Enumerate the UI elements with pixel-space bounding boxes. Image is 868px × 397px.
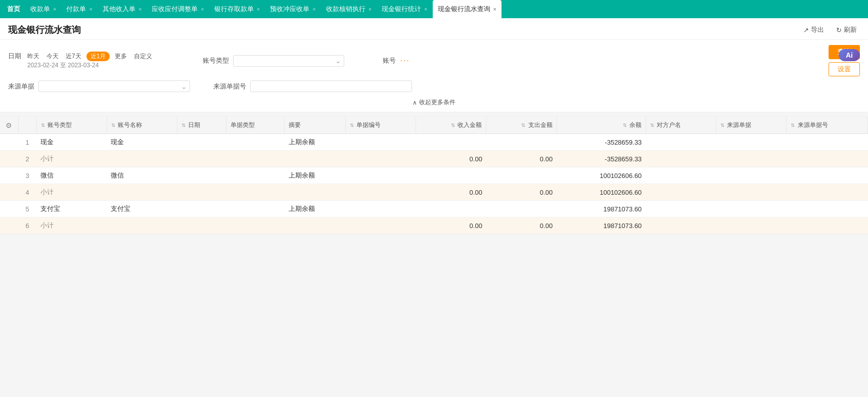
table-row[interactable]: 5支付宝支付宝上期余额19871073.60 <box>0 201 868 217</box>
collapse-bar[interactable]: ∧ 收起更多条件 <box>8 96 860 109</box>
doc-no-cell <box>345 167 416 184</box>
col-source-doc[interactable]: ⇅ 来源单据 <box>716 117 787 134</box>
date-opt-1month[interactable]: 近1月 <box>86 52 110 61</box>
account-name-cell: 支付宝 <box>107 201 177 217</box>
gear-icon[interactable]: ⚙ <box>6 121 12 129</box>
col-counterpart[interactable]: ⇅ 对方户名 <box>646 117 716 134</box>
source-doc-no-filter: 来源单据号 <box>213 80 412 92</box>
sort-icon: ⇅ <box>111 122 115 128</box>
source-doc-label: 来源单据 <box>8 82 34 91</box>
col-source-doc-no[interactable]: ⇅ 来源单据号 <box>787 117 868 134</box>
expense-cell: 0.00 <box>486 151 557 167</box>
col-rownum <box>18 117 36 134</box>
nav-tab-bank-deposit[interactable]: 银行存取款单 × <box>209 0 265 18</box>
account-type-select-wrapper <box>233 55 344 67</box>
refresh-button[interactable]: ↻ 刷新 <box>833 23 860 36</box>
close-icon[interactable]: × <box>312 6 315 12</box>
close-icon[interactable]: × <box>139 6 142 12</box>
col-date[interactable]: ⇅ 日期 <box>177 117 226 134</box>
col-doc-no[interactable]: ⇅ 单据编号 <box>345 117 416 134</box>
expense-cell <box>486 134 557 151</box>
ai-badge[interactable]: Ai <box>839 49 860 61</box>
close-icon[interactable]: × <box>369 6 372 12</box>
account-name-cell <box>107 151 177 167</box>
source-doc-cell <box>716 201 787 217</box>
source-doc-no-cell <box>787 217 868 234</box>
table-row[interactable]: 1现金现金上期余额-3528659.33 <box>0 134 868 151</box>
ellipsis-button[interactable]: ··· <box>400 56 409 65</box>
export-icon: ↗ <box>803 26 809 34</box>
nav-tab-prepay-offset[interactable]: 预收冲应收单 × <box>265 0 321 18</box>
nav-tab-ar-ap-adjust[interactable]: 应收应付调整单 × <box>147 0 209 18</box>
table-row[interactable]: 4小计0.000.00100102606.60 <box>0 184 868 201</box>
expense-cell <box>486 201 557 217</box>
counterpart-cell <box>646 151 716 167</box>
col-account-type[interactable]: ⇅ 账号类型 <box>36 117 107 134</box>
sort-icon: ⇅ <box>350 122 354 128</box>
row-setting-cell <box>0 151 18 167</box>
balance-cell: -3528659.33 <box>557 134 646 151</box>
col-balance[interactable]: ⇅ 余额 <box>557 117 646 134</box>
close-icon[interactable]: × <box>53 6 56 12</box>
table-row[interactable]: 3微信微信上期余额100102606.60 <box>0 167 868 184</box>
balance-cell: 100102606.60 <box>557 184 646 201</box>
summary-cell <box>285 184 346 201</box>
nav-tab-cash-bank-flow[interactable]: 现金银行流水查询 × <box>433 0 501 18</box>
col-income[interactable]: ⇅ 收入金额 <box>416 117 486 134</box>
data-table: ⚙ ⇅ 账号类型 ⇅ 账号名称 ⇅ 日期 单据类型 <box>0 117 868 234</box>
source-doc-no-input[interactable] <box>250 80 412 92</box>
date-opt-today[interactable]: 今天 <box>44 52 61 61</box>
account-type-cell: 支付宝 <box>36 201 107 217</box>
counterpart-cell <box>646 184 716 201</box>
sort-icon: ⇅ <box>41 122 45 128</box>
doc-type-cell <box>226 134 285 151</box>
sort-icon: ⇅ <box>650 122 654 128</box>
table-row[interactable]: 2小计0.000.00-3528659.33 <box>0 151 868 167</box>
date-opt-custom[interactable]: 自定义 <box>132 52 154 61</box>
nav-tab-payment[interactable]: 付款单 × <box>61 0 97 18</box>
nav-tab-home[interactable]: 首页 <box>2 0 25 18</box>
account-type-select[interactable] <box>233 55 344 67</box>
col-setting[interactable]: ⚙ <box>0 117 18 134</box>
export-button[interactable]: ↗ 导出 <box>800 23 827 36</box>
nav-tab-receipt[interactable]: 收款单 × <box>25 0 61 18</box>
summary-cell: 上期余额 <box>285 201 346 217</box>
setting-button[interactable]: 设置 <box>829 62 860 76</box>
row-setting-cell <box>0 167 18 184</box>
close-icon[interactable]: × <box>201 6 204 12</box>
nav-tab-other-income[interactable]: 其他收入单 × <box>98 0 147 18</box>
date-opt-7days[interactable]: 近7天 <box>64 52 83 61</box>
nav-tab-cash-bank-stats[interactable]: 现金银行统计 × <box>377 0 432 18</box>
nav-tab-receipt-verify[interactable]: 收款核销执行 × <box>321 0 377 18</box>
date-cell <box>177 217 226 234</box>
sort-icon: ⇅ <box>791 122 795 128</box>
account-type-cell: 小计 <box>36 184 107 201</box>
close-icon[interactable]: × <box>257 6 260 12</box>
date-cell <box>177 134 226 151</box>
income-cell <box>416 201 486 217</box>
col-expense[interactable]: ⇅ 支出金额 <box>486 117 557 134</box>
close-icon[interactable]: × <box>493 6 496 12</box>
row-number-cell: 1 <box>18 134 36 151</box>
collapse-label: 收起更多条件 <box>419 98 455 107</box>
source-doc-no-cell <box>787 184 868 201</box>
account-filter: 账号 ··· <box>383 56 409 65</box>
doc-type-cell <box>226 167 285 184</box>
source-doc-cell <box>716 151 787 167</box>
date-opt-yesterday[interactable]: 昨天 <box>25 52 41 61</box>
doc-no-cell <box>345 217 416 234</box>
row-setting-cell <box>0 134 18 151</box>
doc-type-cell <box>226 201 285 217</box>
source-doc-cell <box>716 217 787 234</box>
sort-icon: ⇅ <box>451 122 455 128</box>
close-icon[interactable]: × <box>89 6 92 12</box>
summary-cell: 上期余额 <box>285 167 346 184</box>
table-row[interactable]: 6小计0.000.0019871073.60 <box>0 217 868 234</box>
table-area: ⚙ ⇅ 账号类型 ⇅ 账号名称 ⇅ 日期 单据类型 <box>0 116 868 234</box>
date-opt-more[interactable]: 更多 <box>113 52 129 61</box>
col-account-name[interactable]: ⇅ 账号名称 <box>107 117 177 134</box>
close-icon[interactable]: × <box>424 6 427 12</box>
summary-cell: 上期余额 <box>285 134 346 151</box>
source-doc-select[interactable] <box>38 80 190 92</box>
income-cell: 0.00 <box>416 217 486 234</box>
